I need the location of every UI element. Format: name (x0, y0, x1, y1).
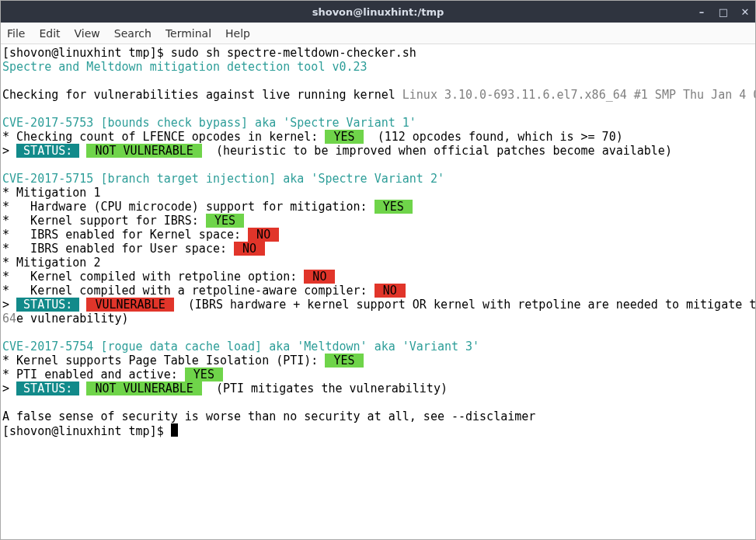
mitigation2: * Mitigation 2 (2, 256, 100, 270)
maximize-button[interactable]: □ (718, 6, 729, 17)
status-label: STATUS: (16, 381, 79, 395)
status-label: STATUS: (16, 298, 79, 312)
prompt: [shovon@linuxhint tmp]$ (2, 424, 171, 438)
terminal-output[interactable]: [shovon@linuxhint tmp]$ sudo sh spectre-… (1, 44, 755, 539)
yes-badge: YES (185, 368, 223, 381)
prompt: [shovon@linuxhint tmp]$ (2, 46, 171, 60)
not-vulnerable-badge: NOT VULNERABLE (86, 144, 202, 158)
yes-badge: YES (206, 214, 244, 228)
pti-note: (PTI mitigates the vulnerability) (202, 381, 448, 395)
pti-support: * Kernel supports Page Table Isolation (… (2, 354, 325, 368)
yes-badge: YES (325, 354, 363, 368)
menu-file[interactable]: File (7, 27, 25, 40)
cve1-detail: (112 opcodes found, which is >= 70) (364, 130, 623, 144)
no-badge: NO (234, 242, 265, 256)
not-vulnerable-badge: NOT VULNERABLE (86, 381, 202, 395)
titlebar[interactable]: shovon@linuxhint:/tmp – □ ✕ (1, 1, 755, 23)
close-button[interactable]: ✕ (740, 6, 751, 17)
command: sudo sh spectre-meltdown-checker.sh (171, 46, 416, 60)
cve2-note-b: e vulnerability) (16, 312, 129, 326)
kernel-version: Linux 3.10.0-693.11.6.el7.x86_64 #1 SMP … (402, 88, 755, 102)
vulnerable-badge: VULNERABLE (86, 298, 173, 312)
tool-title: Spectre and Meltdown mitigation detectio… (2, 60, 368, 74)
cve2-note-a: (IBRS hardware + kernel support OR kerne… (174, 298, 755, 312)
disclaimer: A false sense of security is worse than … (2, 409, 535, 423)
menubar: File Edit View Search Terminal Help (1, 23, 755, 44)
menu-view[interactable]: View (75, 27, 100, 40)
yes-badge: YES (325, 130, 363, 144)
status-label: STATUS: (16, 144, 79, 158)
retpoline-compiler: * Kernel compiled with a retpoline-aware… (2, 284, 375, 298)
menu-terminal[interactable]: Terminal (165, 27, 211, 40)
ibrs-user-space: * IBRS enabled for User space: (2, 242, 234, 256)
terminal-window: shovon@linuxhint:/tmp – □ ✕ File Edit Vi… (0, 0, 756, 540)
mitigation1: * Mitigation 1 (2, 186, 100, 200)
no-badge: NO (375, 284, 406, 298)
yes-badge: YES (375, 200, 413, 214)
minimize-button[interactable]: – (696, 6, 707, 17)
cve1-header: CVE-2017-5753 [bounds check bypass] aka … (2, 116, 416, 130)
gt: > (2, 298, 16, 312)
cve1-check: * Checking count of LFENCE opcodes in ke… (2, 130, 325, 144)
overflow-indicator: 64 (2, 312, 16, 326)
menu-search[interactable]: Search (114, 27, 152, 40)
no-badge: NO (248, 228, 279, 242)
hw-support: * Hardware (CPU microcode) support for m… (2, 200, 375, 214)
menu-edit[interactable]: Edit (39, 27, 60, 40)
pti-enabled: * PTI enabled and active: (2, 368, 185, 381)
no-badge: NO (304, 270, 335, 284)
cve3-header: CVE-2017-5754 [rogue data cache load] ak… (2, 340, 479, 354)
menu-help[interactable]: Help (225, 27, 250, 40)
cursor-icon (171, 423, 178, 437)
retpoline-opt: * Kernel compiled with retpoline option: (2, 270, 304, 284)
cve1-note: (heuristic to be improved when official … (202, 144, 672, 158)
window-controls: – □ ✕ (696, 1, 751, 23)
window-title: shovon@linuxhint:/tmp (312, 6, 444, 18)
ibrs-kernel-space: * IBRS enabled for Kernel space: (2, 228, 248, 242)
gt: > (2, 381, 16, 395)
kernel-ibrs: * Kernel support for IBRS: (2, 214, 206, 228)
cve2-header: CVE-2017-5715 [branch target injection] … (2, 172, 444, 186)
gt: > (2, 144, 16, 158)
checking-text: Checking for vulnerabilities against liv… (2, 88, 402, 102)
